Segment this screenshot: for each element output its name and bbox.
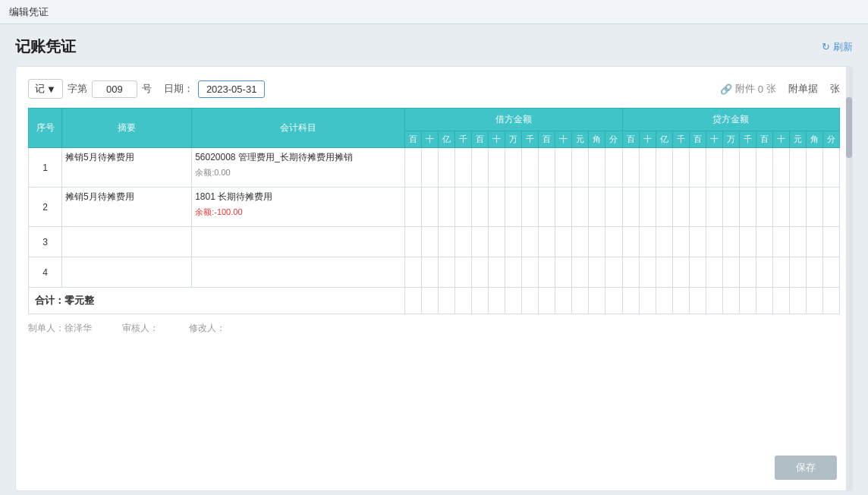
debit-col-2[interactable] bbox=[422, 257, 439, 288]
credit-col-10[interactable] bbox=[772, 227, 789, 257]
credit-col-1[interactable] bbox=[622, 227, 639, 257]
credit-col-9[interactable] bbox=[756, 148, 772, 188]
credit-col-5[interactable] bbox=[689, 227, 706, 257]
debit-col-1[interactable] bbox=[405, 257, 422, 288]
debit-col-8[interactable] bbox=[522, 227, 539, 257]
debit-col-6[interactable] bbox=[489, 227, 505, 257]
debit-col-9[interactable] bbox=[539, 188, 555, 227]
debit-col-7[interactable] bbox=[505, 188, 522, 227]
debit-col-12[interactable] bbox=[589, 227, 605, 257]
debit-col-13[interactable] bbox=[605, 188, 622, 227]
debit-col-3[interactable] bbox=[439, 148, 455, 188]
debit-col-8[interactable] bbox=[522, 257, 539, 288]
debit-col-7[interactable] bbox=[505, 227, 522, 257]
debit-col-9[interactable] bbox=[539, 227, 555, 257]
debit-col-1[interactable] bbox=[405, 148, 422, 188]
debit-col-6[interactable] bbox=[489, 148, 505, 188]
credit-col-2[interactable] bbox=[639, 188, 656, 227]
debit-col-13[interactable] bbox=[605, 227, 622, 257]
row-account[interactable]: 56020008 管理费用_长期待摊费用摊销余额:0.00 bbox=[192, 148, 405, 188]
table-row[interactable]: 2摊销5月待摊费用1801 长期待摊费用余额:-100.00 bbox=[29, 188, 840, 227]
credit-col-13[interactable] bbox=[822, 148, 839, 188]
debit-col-5[interactable] bbox=[472, 227, 489, 257]
row-account[interactable] bbox=[192, 227, 405, 257]
credit-col-3[interactable] bbox=[656, 188, 672, 227]
debit-col-4[interactable] bbox=[455, 188, 472, 227]
credit-col-5[interactable] bbox=[689, 188, 706, 227]
debit-col-10[interactable] bbox=[555, 148, 572, 188]
credit-col-10[interactable] bbox=[772, 257, 789, 288]
credit-col-3[interactable] bbox=[656, 257, 672, 288]
credit-col-7[interactable] bbox=[722, 257, 739, 288]
debit-col-6[interactable] bbox=[489, 188, 505, 227]
credit-col-13[interactable] bbox=[822, 257, 839, 288]
table-row[interactable]: 1摊销5月待摊费用56020008 管理费用_长期待摊费用摊销余额:0.00 bbox=[29, 148, 840, 188]
debit-col-7[interactable] bbox=[505, 148, 522, 188]
row-summary[interactable] bbox=[62, 257, 192, 288]
credit-col-10[interactable] bbox=[772, 148, 789, 188]
credit-col-7[interactable] bbox=[722, 148, 739, 188]
credit-col-12[interactable] bbox=[806, 227, 822, 257]
voucher-number[interactable]: 009 bbox=[92, 80, 137, 98]
credit-col-2[interactable] bbox=[639, 227, 656, 257]
debit-col-6[interactable] bbox=[489, 257, 505, 288]
credit-col-7[interactable] bbox=[722, 188, 739, 227]
debit-col-12[interactable] bbox=[589, 257, 605, 288]
debit-col-11[interactable] bbox=[572, 227, 589, 257]
debit-col-10[interactable] bbox=[555, 227, 572, 257]
credit-col-7[interactable] bbox=[722, 227, 739, 257]
row-summary[interactable]: 摊销5月待摊费用 bbox=[62, 188, 192, 227]
credit-col-2[interactable] bbox=[639, 257, 656, 288]
credit-col-11[interactable] bbox=[789, 227, 806, 257]
credit-col-6[interactable] bbox=[706, 148, 722, 188]
debit-col-11[interactable] bbox=[572, 257, 589, 288]
credit-col-4[interactable] bbox=[672, 188, 689, 227]
debit-col-9[interactable] bbox=[539, 257, 555, 288]
debit-col-8[interactable] bbox=[522, 148, 539, 188]
debit-col-3[interactable] bbox=[439, 188, 455, 227]
save-button[interactable]: 保存 bbox=[775, 456, 837, 480]
debit-col-10[interactable] bbox=[555, 188, 572, 227]
debit-col-1[interactable] bbox=[405, 227, 422, 257]
debit-col-1[interactable] bbox=[405, 188, 422, 227]
credit-col-3[interactable] bbox=[656, 227, 672, 257]
row-account[interactable] bbox=[192, 257, 405, 288]
debit-col-12[interactable] bbox=[589, 148, 605, 188]
credit-col-2[interactable] bbox=[639, 148, 656, 188]
debit-col-2[interactable] bbox=[422, 188, 439, 227]
debit-col-3[interactable] bbox=[439, 257, 455, 288]
debit-col-5[interactable] bbox=[472, 188, 489, 227]
debit-col-10[interactable] bbox=[555, 257, 572, 288]
credit-col-8[interactable] bbox=[739, 188, 756, 227]
debit-col-5[interactable] bbox=[472, 257, 489, 288]
credit-col-12[interactable] bbox=[806, 148, 822, 188]
credit-col-1[interactable] bbox=[622, 148, 639, 188]
debit-col-3[interactable] bbox=[439, 227, 455, 257]
credit-col-13[interactable] bbox=[822, 227, 839, 257]
debit-col-5[interactable] bbox=[472, 148, 489, 188]
credit-col-11[interactable] bbox=[789, 148, 806, 188]
credit-col-12[interactable] bbox=[806, 188, 822, 227]
scrollbar-thumb[interactable] bbox=[846, 97, 852, 158]
debit-col-4[interactable] bbox=[455, 227, 472, 257]
credit-col-9[interactable] bbox=[756, 188, 772, 227]
credit-col-6[interactable] bbox=[706, 188, 722, 227]
credit-col-8[interactable] bbox=[739, 257, 756, 288]
debit-col-4[interactable] bbox=[455, 148, 472, 188]
credit-col-11[interactable] bbox=[789, 257, 806, 288]
credit-col-13[interactable] bbox=[822, 188, 839, 227]
credit-col-4[interactable] bbox=[672, 227, 689, 257]
debit-col-13[interactable] bbox=[605, 148, 622, 188]
table-row[interactable]: 4 bbox=[29, 257, 840, 288]
credit-col-9[interactable] bbox=[756, 227, 772, 257]
credit-col-6[interactable] bbox=[706, 257, 722, 288]
debit-col-4[interactable] bbox=[455, 257, 472, 288]
credit-col-5[interactable] bbox=[689, 257, 706, 288]
credit-col-12[interactable] bbox=[806, 257, 822, 288]
attach-single-label[interactable]: 附单据 bbox=[788, 82, 818, 96]
credit-col-5[interactable] bbox=[689, 148, 706, 188]
debit-col-7[interactable] bbox=[505, 257, 522, 288]
debit-col-11[interactable] bbox=[572, 188, 589, 227]
debit-col-2[interactable] bbox=[422, 227, 439, 257]
date-value[interactable]: 2023-05-31 bbox=[198, 80, 266, 98]
